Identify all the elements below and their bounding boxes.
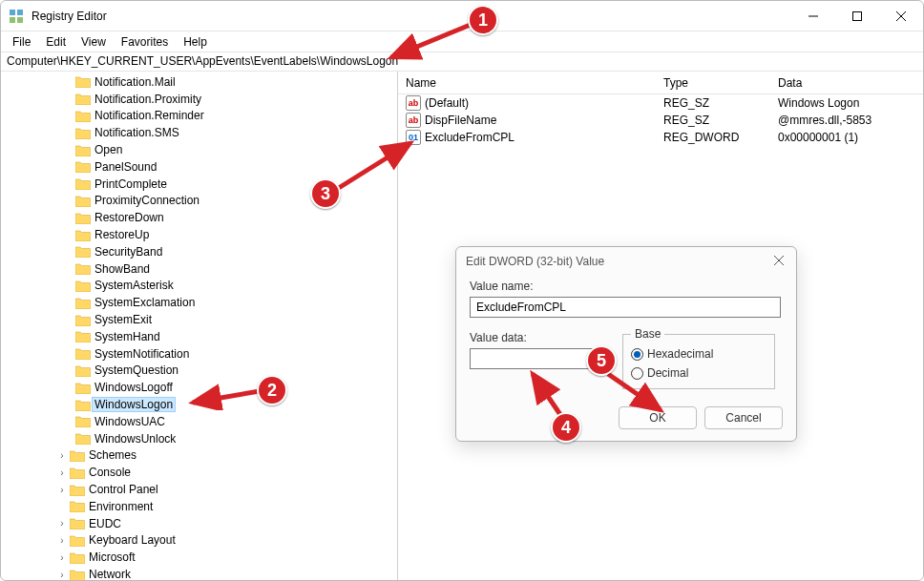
tree-item[interactable]: ShowBand: [1, 260, 397, 278]
tree-item[interactable]: Notification.Proximity: [1, 91, 397, 108]
tree-item-label: SystemExit: [94, 313, 152, 326]
tree-item[interactable]: RestoreUp: [1, 226, 397, 243]
tree-item-label: SystemQuestion: [94, 363, 178, 377]
col-data[interactable]: Data: [770, 76, 923, 90]
arrow-5: [603, 372, 670, 420]
string-value-icon: ab: [406, 113, 421, 128]
folder-icon: [75, 382, 91, 394]
annotation-badge-3: 3: [310, 178, 341, 209]
folder-icon: [75, 297, 91, 309]
tree-item-label: ShowBand: [94, 262, 150, 276]
tree-item[interactable]: ›Control Panel: [1, 481, 397, 498]
annotation-badge-2: 2: [257, 375, 287, 405]
folder-icon: [75, 280, 91, 292]
value-name-field[interactable]: [470, 297, 781, 318]
window-controls: [791, 1, 923, 31]
tree-item-label: Control Panel: [89, 483, 158, 496]
tree-item-label: Keyboard Layout: [89, 533, 176, 547]
tree-item[interactable]: ›EUDC: [1, 515, 397, 532]
value-type: REG_SZ: [656, 114, 770, 127]
folder-icon: [70, 467, 85, 479]
tree-item[interactable]: ›Keyboard Layout: [1, 532, 397, 550]
folder-icon: [75, 399, 91, 411]
tree-item[interactable]: SystemExclamation: [1, 294, 397, 311]
tree-item-label: SystemExclamation: [94, 296, 195, 309]
annotation-badge-5: 5: [586, 345, 617, 376]
radio-hex-label: Hexadecimal: [647, 347, 713, 361]
tree-item[interactable]: SystemAsterisk: [1, 278, 397, 295]
tree-item[interactable]: ›Schemes: [1, 447, 397, 465]
dialog-close-button[interactable]: [771, 255, 787, 268]
radio-dot-icon: [631, 348, 643, 361]
column-headers: Name Type Data: [398, 72, 923, 94]
tree-item-label: RestoreUp: [94, 228, 149, 241]
menu-favorites[interactable]: Favorites: [114, 33, 176, 51]
tree-item[interactable]: WindowsUnlock: [1, 430, 397, 447]
menu-edit[interactable]: Edit: [38, 33, 74, 51]
folder-icon: [75, 364, 91, 377]
value-row[interactable]: 01ExcludeFromCPLREG_DWORD0x00000001 (1): [398, 129, 923, 146]
col-name[interactable]: Name: [398, 76, 656, 90]
folder-icon: [75, 177, 91, 190]
menu-view[interactable]: View: [74, 33, 114, 51]
tree-item-label: RestoreDown: [94, 211, 164, 224]
folder-icon: [75, 245, 91, 258]
value-name: DispFileName: [425, 114, 496, 127]
value-data-label: Value data:: [470, 331, 622, 344]
arrow-3: [329, 134, 425, 200]
chevron-icon: ›: [56, 570, 68, 580]
value-name-label: Value name:: [470, 280, 783, 293]
tree-item-label: Open: [94, 143, 122, 156]
tree-item-label: Console: [89, 466, 131, 479]
chevron-icon: ›: [56, 467, 68, 478]
value-row[interactable]: abDispFileNameREG_SZ@mmres.dll,-5853: [398, 112, 923, 129]
value-rows: ab(Default)REG_SZWindows LogonabDispFile…: [398, 94, 923, 146]
chevron-icon: ›: [56, 552, 68, 563]
tree-item-label: PanelSound: [94, 160, 157, 174]
tree-item[interactable]: SystemQuestion: [1, 363, 397, 380]
tree-item[interactable]: WindowsUAC: [1, 413, 397, 430]
col-type[interactable]: Type: [656, 76, 770, 90]
tree-item-label: SystemNotification: [94, 347, 189, 361]
tree-item[interactable]: SystemHand: [1, 328, 397, 345]
string-value-icon: ab: [406, 95, 421, 111]
menu-file[interactable]: File: [5, 33, 38, 51]
tree-item[interactable]: Notification.Mail: [1, 73, 397, 91]
app-icon: [9, 9, 24, 24]
tree-item[interactable]: RestoreDown: [1, 209, 397, 226]
tree-item[interactable]: Environment: [1, 498, 397, 515]
value-name: (Default): [425, 96, 469, 110]
value-type: REG_SZ: [656, 96, 770, 110]
maximize-button[interactable]: [835, 1, 879, 31]
folder-icon: [70, 517, 85, 529]
tree-item-label: Microsoft: [89, 550, 136, 564]
chevron-icon: ›: [56, 450, 68, 461]
tree-item-label: Notification.Reminder: [94, 109, 204, 122]
tree-item[interactable]: ›Microsoft: [1, 549, 397, 566]
tree-item-label: SystemAsterisk: [94, 279, 174, 292]
folder-icon: [70, 551, 85, 564]
tree-item[interactable]: SystemExit: [1, 311, 397, 328]
dialog-titlebar: Edit DWORD (32-bit) Value: [456, 247, 796, 276]
tree-item[interactable]: SystemNotification: [1, 345, 397, 363]
cancel-button[interactable]: Cancel: [704, 406, 783, 429]
folder-icon: [75, 330, 91, 342]
minimize-button[interactable]: [791, 1, 835, 31]
tree-item[interactable]: ›Console: [1, 464, 397, 481]
folder-icon: [75, 127, 91, 139]
folder-icon: [75, 195, 91, 207]
folder-icon: [75, 262, 91, 275]
tree-item[interactable]: SecurityBand: [1, 243, 397, 260]
value-data: 0x00000001 (1): [770, 131, 923, 144]
tree-item-label: WindowsLogon: [92, 397, 176, 412]
tree-item[interactable]: ›Network: [1, 566, 397, 580]
menu-help[interactable]: Help: [176, 33, 215, 51]
dialog-title: Edit DWORD (32-bit) Value: [466, 255, 771, 268]
folder-icon: [70, 569, 85, 581]
folder-icon: [70, 449, 85, 462]
tree-item[interactable]: Notification.Reminder: [1, 108, 397, 125]
folder-icon: [75, 93, 91, 105]
close-button[interactable]: [879, 1, 923, 31]
value-row[interactable]: ab(Default)REG_SZWindows Logon: [398, 94, 923, 112]
radio-hexadecimal[interactable]: Hexadecimal: [631, 344, 766, 363]
